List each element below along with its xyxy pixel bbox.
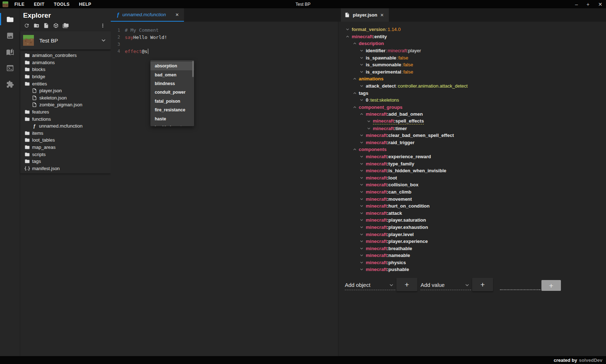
chevron-down-icon[interactable] <box>359 175 364 181</box>
maximize-button[interactable]: + <box>587 2 589 7</box>
menu-tools[interactable]: TOOLS <box>49 2 74 7</box>
json-tree-row[interactable]: minecraft:add_bad_omen <box>338 111 606 118</box>
json-tree-row[interactable]: minecraft:player.saturation <box>338 217 606 224</box>
json-tree-row[interactable]: minecraft:player.exhaustion <box>338 224 606 231</box>
tree-item-animations[interactable]: animations <box>20 59 111 66</box>
json-tree-row[interactable]: minecraft:experience_reward <box>338 153 606 160</box>
autocomplete-item[interactable]: absorption <box>150 62 194 70</box>
chevron-up-icon[interactable] <box>352 105 357 110</box>
project-selector[interactable]: Test BP <box>20 31 111 49</box>
autocomplete-item[interactable]: fatal_poison <box>150 97 194 106</box>
tree-item-skeleton.json[interactable]: skeleton.json <box>20 94 111 102</box>
chevron-down-icon[interactable] <box>359 97 364 103</box>
folder-stack-icon[interactable] <box>63 23 69 28</box>
chevron-down-icon[interactable] <box>359 196 364 202</box>
json-tree-row[interactable]: minecraft:timer <box>338 125 606 132</box>
chevron-up-icon[interactable] <box>359 111 364 117</box>
json-tree-row[interactable]: minecraft:spell_effects <box>338 118 606 125</box>
tree-item-scripts[interactable]: scripts <box>20 151 111 158</box>
json-tree-row[interactable]: minecraft:raid_trigger <box>338 139 606 146</box>
app-logo-icon[interactable] <box>3 1 8 7</box>
chevron-up-icon[interactable] <box>352 147 357 152</box>
chevron-down-icon[interactable] <box>359 217 364 223</box>
autocomplete-item[interactable]: health_boost <box>150 123 194 126</box>
close-icon[interactable]: ✕ <box>379 12 385 18</box>
menu-file[interactable]: FILE <box>10 2 29 7</box>
json-tree-row[interactable]: minecraft:entity <box>338 33 606 40</box>
tree-item-unnamed.mcfunction[interactable]: ƒunnamed.mcfunction <box>20 123 111 130</box>
chevron-down-icon[interactable] <box>359 232 364 237</box>
json-tree-row[interactable]: minecraft:nameable <box>338 252 606 259</box>
json-tree-row[interactable]: format_version : 1.14.0 <box>338 26 606 33</box>
add-object-select[interactable]: Add object <box>345 280 395 290</box>
json-tree-row[interactable]: minecraft:collision_box <box>338 181 606 188</box>
chevron-up-icon[interactable] <box>352 76 357 81</box>
chevron-up-icon[interactable] <box>352 90 357 96</box>
chevron-up-icon[interactable] <box>345 34 350 39</box>
chevron-down-icon[interactable] <box>359 253 364 258</box>
autocomplete-item[interactable]: bad_omen <box>150 70 194 79</box>
close-window-button[interactable]: ✕ <box>598 2 602 7</box>
chevron-down-icon[interactable] <box>359 55 364 61</box>
json-tree-row[interactable]: description <box>338 40 606 47</box>
tab-player-json[interactable]: player.json ✕ <box>341 8 389 22</box>
menu-help[interactable]: HELP <box>74 2 96 7</box>
json-tree-row[interactable]: minecraft:loot <box>338 174 606 181</box>
tree-item-manifest.json[interactable]: manifest.json <box>20 165 111 172</box>
activity-folder-icon[interactable] <box>0 11 20 27</box>
json-tree-row[interactable]: minecraft:player.experience <box>338 238 606 245</box>
autocomplete-item[interactable]: conduit_power <box>150 88 194 97</box>
chevron-down-icon[interactable] <box>359 246 364 251</box>
minimize-button[interactable]: – <box>575 2 578 7</box>
tab-unnamed-mcfunction[interactable]: ƒ unnamed.mcfunction ✕ <box>111 8 184 22</box>
autocomplete-item[interactable]: fire_resistance <box>150 106 194 114</box>
chevron-down-icon[interactable] <box>359 168 364 173</box>
json-tree-row[interactable]: minecraft:is_hidden_when_invisible <box>338 167 606 174</box>
chevron-down-icon[interactable] <box>359 260 364 265</box>
tree-item-loot_tables[interactable]: loot_tables <box>20 137 111 144</box>
json-tree-row[interactable]: minecraft:breathable <box>338 245 606 252</box>
activity-image-icon[interactable] <box>0 27 20 44</box>
add-object-button[interactable]: + <box>396 278 417 291</box>
tree-item-tags[interactable]: tags <box>20 158 111 165</box>
kebab-menu-icon[interactable] <box>100 23 106 28</box>
chevron-down-icon[interactable] <box>359 48 364 53</box>
autocomplete-item[interactable]: blindness <box>150 79 194 88</box>
json-tree-row[interactable]: animations <box>338 75 606 83</box>
json-tree-row[interactable]: tags <box>338 89 606 97</box>
chevron-down-icon[interactable] <box>100 37 107 44</box>
chevron-down-icon[interactable] <box>359 133 364 138</box>
json-tree-row[interactable]: is_summonable : false <box>338 61 606 68</box>
json-tree-row[interactable]: minecraft:clear_bad_omen_spell_effect <box>338 132 606 139</box>
chevron-down-icon[interactable] <box>359 225 364 230</box>
json-tree-row[interactable]: minecraft:attack <box>338 209 606 217</box>
json-tree-row[interactable]: minecraft:movement <box>338 195 606 203</box>
chevron-down-icon[interactable] <box>359 140 364 145</box>
chevron-down-icon[interactable] <box>345 27 350 32</box>
chevron-down-icon[interactable] <box>359 182 364 187</box>
json-tree-row[interactable]: 0 : test:skeletons <box>338 97 606 104</box>
code-editor[interactable]: 1# My Comment2say Hello World!34effect @… <box>111 22 338 356</box>
new-file-icon[interactable] <box>43 23 49 28</box>
json-tree-row[interactable]: minecraft:hurt_on_condition <box>338 203 606 210</box>
refresh-icon[interactable] <box>24 23 30 28</box>
json-tree-row[interactable]: minecraft:physics <box>338 259 606 266</box>
json-tree-row[interactable]: component_groups <box>338 104 606 111</box>
json-tree-row[interactable]: is_experimental : false <box>338 68 606 76</box>
chevron-down-icon[interactable] <box>366 119 372 124</box>
chevron-down-icon[interactable] <box>359 239 364 244</box>
tree-item-bridge[interactable]: bridge <box>20 73 111 80</box>
chevron-down-icon[interactable] <box>366 126 372 131</box>
package-icon[interactable] <box>53 23 59 28</box>
menu-edit[interactable]: EDIT <box>29 2 49 7</box>
tree-item-animation_controllers[interactable]: animation_controllers <box>20 52 111 59</box>
tree-item-blocks[interactable]: blocks <box>20 66 111 73</box>
autocomplete-item[interactable]: haste <box>150 114 194 123</box>
json-tree-row[interactable]: minecraft:can_climb <box>338 188 606 196</box>
activity-terminal-icon[interactable] <box>0 60 20 76</box>
scrollbar-thumb[interactable] <box>192 61 194 77</box>
activity-puzzle-icon[interactable] <box>0 76 20 92</box>
new-folder-icon[interactable] <box>34 23 39 28</box>
tree-item-player.json[interactable]: player.json <box>20 87 111 94</box>
chevron-down-icon[interactable] <box>359 161 364 167</box>
